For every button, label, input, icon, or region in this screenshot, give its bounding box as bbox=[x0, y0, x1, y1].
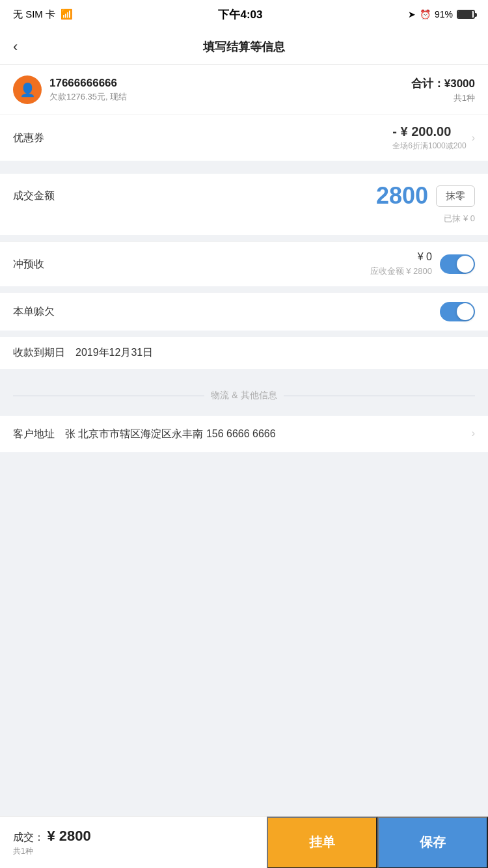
divider-line-left bbox=[13, 396, 204, 396]
divider-line-right bbox=[284, 396, 475, 396]
address-value: 张 北京市市辖区海淀区永丰南 156 6666 6666 bbox=[65, 426, 472, 442]
coupon-label: 优惠券 bbox=[13, 131, 44, 145]
amount-value: 2800 bbox=[376, 184, 428, 208]
status-bar: 无 SIM 卡 📶 下午4:03 ➤ ⏰ 91% bbox=[0, 0, 488, 29]
location-icon: ➤ bbox=[408, 9, 416, 20]
coupon-description: 全场6折满1000减200 bbox=[392, 141, 466, 152]
wifi-icon: 📶 bbox=[61, 8, 73, 20]
customer-phone: 17666666666 bbox=[49, 77, 127, 90]
duedate-row: 收款到期日 2019年12月31日 bbox=[13, 346, 475, 360]
status-time: 下午4:03 bbox=[218, 7, 262, 22]
bottom-bar: 成交： ¥ 2800 共1种 挂单 保存 bbox=[0, 816, 488, 868]
duedate-section: 收款到期日 2019年12月31日 bbox=[0, 337, 488, 369]
address-row: 客户地址 张 北京市市辖区海淀区永丰南 156 6666 6666 › bbox=[13, 426, 475, 442]
amount-row: 成交金额 2800 抹零 bbox=[13, 184, 475, 208]
amount-sub-label: 已抹 ¥ 0 bbox=[13, 213, 475, 224]
address-chevron-icon: › bbox=[472, 427, 475, 439]
page-title: 填写结算等信息 bbox=[203, 39, 285, 55]
duedate-value: 2019年12月31日 bbox=[75, 346, 153, 360]
total-amount: 合计：¥3000 bbox=[411, 76, 475, 91]
back-button[interactable]: ‹ bbox=[13, 38, 18, 55]
carrier-text: 无 SIM 卡 bbox=[13, 8, 55, 21]
debit-toggle-knob bbox=[457, 303, 474, 320]
status-right: ➤ ⏰ 91% bbox=[408, 9, 475, 20]
debit-section: 本单赊欠 bbox=[0, 293, 488, 331]
battery-icon bbox=[457, 10, 475, 19]
bottom-deal-label: 成交： bbox=[13, 832, 44, 843]
prepay-label: 冲预收 bbox=[13, 258, 44, 271]
logistics-divider: 物流 & 其他信息 bbox=[0, 382, 488, 409]
customer-left: 👤 17666666666 欠款1276.35元, 现结 bbox=[13, 75, 127, 104]
nav-bar: ‹ 填写结算等信息 bbox=[0, 29, 488, 65]
prepay-amount: ¥ 0 bbox=[418, 251, 432, 263]
total-count: 共1种 bbox=[411, 92, 475, 104]
round-zero-button[interactable]: 抹零 bbox=[436, 185, 475, 207]
coupon-discount: - ¥ 200.00 bbox=[392, 124, 466, 139]
bottom-deal-amount: ¥ 2800 bbox=[47, 828, 90, 844]
customer-card: 👤 17666666666 欠款1276.35元, 现结 合计：¥3000 共1… bbox=[0, 65, 488, 161]
debit-toggle[interactable] bbox=[440, 302, 475, 321]
main-content: 👤 17666666666 欠款1276.35元, 现结 合计：¥3000 共1… bbox=[0, 65, 488, 563]
save-button[interactable]: 保存 bbox=[377, 817, 488, 869]
prepay-row: 冲预收 ¥ 0 应收金额 ¥ 2800 bbox=[0, 241, 488, 286]
battery-percent: 91% bbox=[435, 9, 453, 20]
prepay-sub: 应收金额 ¥ 2800 bbox=[370, 265, 432, 277]
duedate-label: 收款到期日 bbox=[13, 346, 65, 360]
divider-2 bbox=[0, 286, 488, 293]
alarm-icon: ⏰ bbox=[420, 9, 431, 20]
prepay-toggle[interactable] bbox=[440, 254, 475, 274]
amount-value-group: 2800 抹零 bbox=[376, 184, 475, 208]
amount-section: 成交金额 2800 抹零 已抹 ¥ 0 bbox=[0, 174, 488, 235]
customer-info: 17666666666 欠款1276.35元, 现结 bbox=[49, 77, 127, 103]
coupon-right: - ¥ 200.00 全场6折满1000减200 › bbox=[392, 124, 475, 152]
bottom-spacer bbox=[0, 459, 488, 511]
hang-order-button[interactable]: 挂单 bbox=[267, 817, 377, 869]
address-label: 客户地址 bbox=[13, 427, 55, 441]
status-carrier: 无 SIM 卡 📶 bbox=[13, 8, 73, 21]
divider-3 bbox=[0, 375, 488, 382]
prepay-right: ¥ 0 应收金额 ¥ 2800 bbox=[370, 251, 432, 277]
toggle-knob bbox=[457, 256, 474, 273]
prepay-toggle-wrap: ¥ 0 应收金额 ¥ 2800 bbox=[370, 251, 475, 277]
customer-right: 合计：¥3000 共1种 bbox=[411, 76, 475, 104]
avatar-icon: 👤 bbox=[20, 82, 36, 98]
bottom-summary: 成交： ¥ 2800 共1种 bbox=[0, 828, 267, 857]
customer-debt: 欠款1276.35元, 现结 bbox=[49, 91, 127, 103]
bottom-count: 共1种 bbox=[13, 846, 254, 857]
coupon-chevron-icon: › bbox=[472, 132, 475, 144]
customer-row: 👤 17666666666 欠款1276.35元, 现结 合计：¥3000 共1… bbox=[0, 65, 488, 115]
divider-1 bbox=[0, 167, 488, 174]
address-section[interactable]: 客户地址 张 北京市市辖区海淀区永丰南 156 6666 6666 › bbox=[0, 416, 488, 452]
avatar: 👤 bbox=[13, 75, 42, 104]
logistics-label: 物流 & 其他信息 bbox=[211, 390, 277, 401]
bottom-deal-row: 成交： ¥ 2800 bbox=[13, 828, 254, 845]
coupon-row[interactable]: 优惠券 - ¥ 200.00 全场6折满1000减200 › bbox=[0, 115, 488, 161]
debit-label: 本单赊欠 bbox=[13, 305, 55, 319]
amount-label: 成交金额 bbox=[13, 189, 55, 203]
